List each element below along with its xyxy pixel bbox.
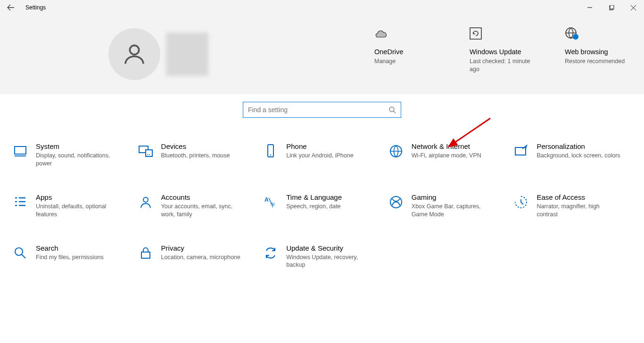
- svg-point-10: [147, 154, 148, 155]
- system-icon: [11, 142, 29, 160]
- category-search[interactable]: SearchFind my files, permissions: [11, 244, 132, 270]
- globe-badge-icon: [565, 25, 626, 41]
- network-icon: [387, 142, 405, 160]
- svg-rect-1: [610, 5, 614, 9]
- category-title: Personalization: [537, 142, 620, 150]
- back-button[interactable]: [0, 0, 22, 15]
- category-subtitle: Narrator, magnifier, high contrast: [537, 203, 621, 219]
- svg-point-16: [143, 197, 148, 202]
- search-category-icon: [11, 244, 29, 262]
- minimize-icon: [587, 5, 592, 10]
- search-input[interactable]: [248, 106, 388, 114]
- titlebar: Settings: [0, 0, 644, 15]
- header-cards: OneDrive Manage Windows Update Last chec…: [374, 25, 626, 74]
- category-subtitle: Find my files, permissions: [36, 253, 104, 261]
- onedrive-title: OneDrive: [374, 48, 436, 56]
- svg-point-5: [573, 34, 578, 40]
- search-box[interactable]: [243, 102, 401, 118]
- category-subtitle: Windows Update, recovery, backup: [286, 253, 371, 270]
- ease-of-access-icon: [512, 193, 530, 211]
- category-apps[interactable]: AppsUninstall, defaults, optional featur…: [11, 193, 132, 219]
- minimize-button[interactable]: [579, 0, 601, 15]
- category-subtitle: Xbox Game Bar, captures, Game Mode: [412, 203, 496, 219]
- devices-icon: [137, 142, 155, 160]
- category-title: Network & Internet: [412, 142, 481, 150]
- window-title: Settings: [22, 4, 46, 11]
- maximize-icon: [609, 5, 614, 10]
- web-browsing-card[interactable]: Web browsing Restore recommended: [565, 25, 626, 74]
- category-title: Search: [36, 244, 104, 252]
- category-gaming[interactable]: GamingXbox Game Bar, captures, Game Mode: [387, 193, 508, 219]
- svg-rect-3: [470, 28, 481, 39]
- svg-point-11: [149, 154, 150, 155]
- category-update-security[interactable]: Update & SecurityWindows Update, recover…: [262, 244, 382, 270]
- update-icon: [470, 25, 531, 41]
- category-devices[interactable]: DevicesBluetooth, printers, mouse: [137, 142, 257, 168]
- profile-block[interactable]: [108, 28, 208, 80]
- category-subtitle: Background, lock screen, colors: [537, 152, 620, 160]
- category-subtitle: Your accounts, email, sync, work, family: [161, 203, 246, 219]
- category-title: System: [36, 142, 121, 150]
- maximize-button[interactable]: [601, 0, 622, 15]
- category-title: Devices: [161, 142, 230, 150]
- category-subtitle: Wi-Fi, airplane mode, VPN: [412, 152, 481, 160]
- windows-update-card[interactable]: Windows Update Last checked: 1 minute ag…: [470, 25, 531, 74]
- accounts-icon: [137, 193, 155, 211]
- apps-icon: [11, 193, 29, 211]
- category-network[interactable]: Network & InternetWi-Fi, airplane mode, …: [387, 142, 508, 168]
- svg-rect-9: [146, 150, 152, 156]
- category-personalization[interactable]: PersonalizationBackground, lock screen, …: [512, 142, 633, 168]
- header-area: OneDrive Manage Windows Update Last chec…: [0, 15, 644, 94]
- windows-update-subtitle: Last checked: 1 minute ago: [470, 57, 531, 74]
- category-phone[interactable]: PhoneLink your Android, iPhone: [262, 142, 382, 168]
- category-subtitle: Speech, region, date: [286, 203, 342, 211]
- close-icon: [631, 5, 636, 10]
- category-subtitle: Location, camera, microphone: [161, 253, 240, 261]
- svg-point-6: [389, 107, 394, 112]
- avatar: [108, 28, 160, 80]
- web-browsing-title: Web browsing: [565, 48, 626, 56]
- search-wrap: [0, 102, 644, 118]
- category-privacy[interactable]: PrivacyLocation, camera, microphone: [137, 244, 257, 270]
- category-title: Time & Language: [286, 193, 342, 201]
- web-browsing-subtitle: Restore recommended: [565, 57, 626, 65]
- category-title: Gaming: [412, 193, 496, 201]
- phone-icon: [262, 142, 280, 160]
- categories-grid: SystemDisplay, sound, notifications, pow…: [11, 142, 633, 269]
- personalization-icon: [512, 142, 530, 160]
- category-title: Ease of Access: [537, 193, 621, 201]
- update-security-icon: [262, 244, 280, 262]
- category-subtitle: Uninstall, defaults, optional features: [36, 203, 121, 219]
- svg-rect-15: [515, 147, 526, 155]
- svg-point-20: [15, 248, 23, 255]
- category-ease-of-access[interactable]: Ease of AccessNarrator, magnifier, high …: [512, 193, 633, 219]
- profile-name-redacted: [166, 33, 208, 76]
- back-arrow-icon: [7, 4, 15, 11]
- time-language-icon: A字: [262, 193, 280, 211]
- svg-point-2: [130, 45, 139, 54]
- category-system[interactable]: SystemDisplay, sound, notifications, pow…: [11, 142, 132, 168]
- category-title: Apps: [36, 193, 121, 201]
- category-subtitle: Display, sound, notifications, power: [36, 152, 121, 168]
- close-button[interactable]: [622, 0, 644, 15]
- svg-text:A: A: [264, 196, 269, 203]
- category-subtitle: Bluetooth, printers, mouse: [161, 152, 230, 160]
- onedrive-subtitle: Manage: [374, 57, 436, 65]
- windows-update-title: Windows Update: [470, 48, 531, 56]
- gaming-icon: [387, 193, 405, 211]
- category-title: Update & Security: [286, 244, 371, 252]
- category-subtitle: Link your Android, iPhone: [286, 152, 353, 160]
- search-icon: [388, 106, 396, 114]
- svg-rect-21: [141, 252, 150, 258]
- user-icon: [122, 41, 147, 67]
- category-title: Accounts: [161, 193, 246, 201]
- category-title: Privacy: [161, 244, 240, 252]
- svg-point-13: [270, 155, 271, 155]
- category-accounts[interactable]: AccountsYour accounts, email, sync, work…: [137, 193, 257, 219]
- cloud-icon: [374, 25, 436, 41]
- onedrive-card[interactable]: OneDrive Manage: [374, 25, 436, 74]
- category-time-language[interactable]: A字 Time & LanguageSpeech, region, date: [262, 193, 382, 219]
- svg-rect-7: [15, 147, 26, 154]
- category-title: Phone: [286, 142, 353, 150]
- privacy-icon: [137, 244, 155, 262]
